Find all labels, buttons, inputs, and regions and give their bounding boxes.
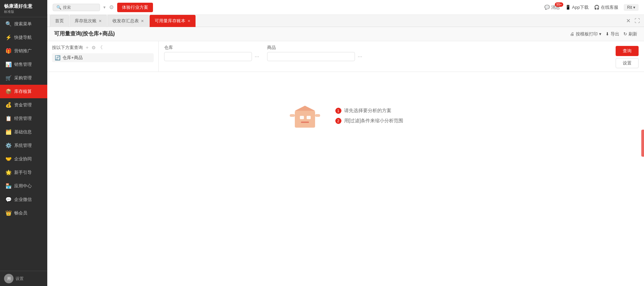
system-icon: ⚙️	[5, 142, 11, 149]
sidebar-item-label: 畅会员	[14, 210, 27, 216]
tab-available-ledger[interactable]: 可用量库存账本 ✕	[150, 15, 196, 27]
print-label: 按模板打印	[576, 31, 598, 37]
svg-rect-2	[300, 116, 304, 119]
sidebar-item-operations[interactable]: 📋 经营管理	[0, 112, 47, 125]
tip-text-1: 请先选择要分析的方案	[344, 108, 391, 114]
tab-close-icon[interactable]: ✕	[99, 19, 102, 23]
add-scheme-icon[interactable]: ＋	[85, 45, 89, 51]
sidebar-item-basic[interactable]: 🗂️ 基础信息	[0, 125, 47, 139]
settings-button[interactable]: 设置	[616, 58, 639, 68]
collapse-scheme-icon[interactable]: 《	[98, 45, 103, 51]
tab-home[interactable]: 首页	[50, 15, 69, 27]
svg-marker-1	[295, 106, 315, 111]
goods-more-button[interactable]: ···	[356, 53, 363, 60]
wechat-icon: 💬	[5, 197, 11, 203]
app-icon: 📱	[565, 5, 571, 10]
scheme-item[interactable]: 🔄 仓库+商品	[52, 53, 154, 62]
message-icon: 💬	[544, 5, 550, 10]
tab-receipt-summary[interactable]: 收发存汇总表 ✕	[107, 15, 149, 27]
brand-subtitle: 标准版	[4, 9, 43, 14]
warehouse-input-row: ···	[164, 52, 260, 61]
refresh-action[interactable]: ↻ 刷新	[623, 31, 637, 37]
tip-2: 2 用[过滤]条件来缩小分析范围	[335, 118, 404, 124]
tab-label: 收发存汇总表	[112, 18, 139, 24]
user-menu[interactable]: Rit ▾	[624, 4, 639, 11]
user-dropdown-icon: ▾	[633, 5, 635, 10]
search-icon: 🔍	[56, 5, 61, 10]
sidebar-item-label: 基础信息	[14, 129, 32, 135]
tab-fullscreen-button[interactable]: ⛶	[633, 17, 641, 25]
sidebar-item-label: 经营管理	[14, 115, 32, 122]
topbar-actions: 💬 消息 99+ 📱 App下载 🎧 在线客服 Rit ▾	[544, 4, 639, 11]
search-input[interactable]	[63, 5, 97, 10]
sidebar-item-finance[interactable]: 💰 资金管理	[0, 98, 47, 112]
industry-solution-button[interactable]: 体验行业方案	[117, 3, 153, 12]
brand: 畅康通好生意 标准版	[0, 0, 47, 17]
sidebar-item-appstore[interactable]: 🏪 应用中心	[0, 179, 47, 193]
message-action[interactable]: 💬 消息 99+	[544, 4, 560, 10]
appstore-icon: 🏪	[5, 183, 11, 189]
tab-close-icon[interactable]: ✕	[187, 19, 190, 23]
sidebar-item-sales[interactable]: 📊 销售管理	[0, 58, 47, 71]
sidebar-item-label: 应用中心	[14, 183, 32, 189]
main-area: 🔍 ▾ ⚙ 体验行业方案 💬 消息 99+ 📱 App下载 🎧 在线客服 Rit	[47, 0, 644, 286]
sidebar-item-enterprise[interactable]: 🤝 企业协同	[0, 152, 47, 166]
sidebar-item-label: 采购管理	[14, 75, 32, 81]
page-title: 可用量查询(按仓库+商品)	[54, 30, 115, 37]
refresh-icon: ↻	[623, 31, 627, 36]
refresh-label: 刷新	[628, 31, 637, 37]
sidebar-item-quick-nav[interactable]: ⚡ 快捷导航	[0, 31, 47, 44]
goods-input-row: ···	[267, 52, 363, 61]
operations-icon: 📋	[5, 115, 11, 122]
sidebar-item-label: 企业微信	[14, 197, 32, 203]
scheme-icon: 🔄	[55, 55, 60, 60]
sidebar-item-inventory[interactable]: 📦 库存核算	[0, 85, 47, 98]
message-badge: 99+	[555, 2, 563, 7]
gear-icon[interactable]: ⚙	[109, 4, 114, 10]
export-action[interactable]: ⬇ 导出	[606, 31, 619, 37]
warehouse-input[interactable]	[164, 52, 252, 61]
sidebar-item-search[interactable]: 🔍 搜索菜单	[0, 17, 47, 31]
settings-scheme-icon[interactable]: ⚙	[92, 45, 96, 50]
warehouse-more-button[interactable]: ···	[253, 53, 260, 60]
print-action[interactable]: 🖨 按模板打印 ▾	[570, 31, 601, 37]
marketing-icon: 🎁	[5, 48, 11, 54]
filter-scheme-label: 按以下方案查询	[52, 45, 83, 51]
page-header-actions: 🖨 按模板打印 ▾ ⬇ 导出 ↻ 刷新	[570, 31, 637, 37]
tab-close-button[interactable]: ✕	[625, 16, 632, 25]
tip-1: 1 请先选择要分析的方案	[335, 108, 404, 114]
sidebar-item-guide[interactable]: 🌟 新手引导	[0, 166, 47, 179]
search-box[interactable]: 🔍	[53, 4, 100, 11]
sidebar-user[interactable]: 用 设置	[0, 271, 47, 286]
sidebar-item-wechat[interactable]: 💬 企业微信	[0, 193, 47, 206]
print-dropdown-icon[interactable]: ▾	[599, 31, 601, 36]
service-icon: 🎧	[594, 5, 599, 10]
dropdown-icon[interactable]: ▾	[103, 5, 106, 10]
empty-illustration	[288, 99, 322, 133]
tab-label: 库存批次账	[75, 18, 97, 24]
sidebar-item-marketing[interactable]: 🎁 营销推广	[0, 44, 47, 58]
sidebar-item-label: 营销推广	[14, 48, 32, 54]
sidebar-item-member[interactable]: 👑 畅会员	[0, 206, 47, 220]
scroll-indicator[interactable]	[641, 130, 644, 157]
app-download-action[interactable]: 📱 App下载	[565, 4, 589, 10]
query-button[interactable]: 查询	[616, 46, 639, 56]
inventory-icon: 📦	[5, 88, 11, 95]
sidebar-username: 设置	[16, 276, 24, 282]
svg-rect-3	[307, 116, 311, 119]
goods-input[interactable]	[267, 52, 355, 61]
page-header: 可用量查询(按仓库+商品) 🖨 按模板打印 ▾ ⬇ 导出 ↻ 刷新	[47, 27, 644, 41]
tab-close-icon[interactable]: ✕	[141, 19, 144, 23]
empty-state: 1 请先选择要分析的方案 2 用[过滤]条件来缩小分析范围	[47, 72, 644, 160]
goods-label: 商品	[267, 45, 363, 51]
sidebar-item-purchase[interactable]: 🛒 采购管理	[0, 71, 47, 85]
online-service-action[interactable]: 🎧 在线客服	[594, 4, 618, 10]
username: Rit	[627, 5, 632, 10]
page-content: 可用量查询(按仓库+商品) 🖨 按模板打印 ▾ ⬇ 导出 ↻ 刷新	[47, 27, 644, 286]
basic-icon: 🗂️	[5, 129, 11, 135]
purchase-icon: 🛒	[5, 75, 11, 81]
tab-batch-account[interactable]: 库存批次账 ✕	[70, 15, 107, 27]
sidebar-item-system[interactable]: ⚙️ 系统管理	[0, 139, 47, 152]
svg-rect-0	[295, 111, 315, 128]
sidebar-item-label: 快捷导航	[14, 34, 32, 41]
